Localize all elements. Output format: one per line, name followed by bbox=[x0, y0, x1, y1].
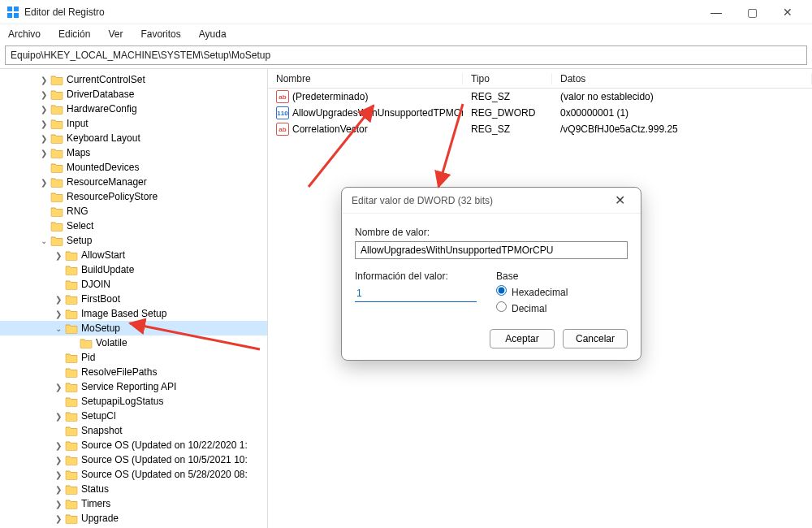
tree-item[interactable]: ResolveFilePaths bbox=[0, 365, 268, 379]
tree-item[interactable]: ❯SetupCl bbox=[0, 409, 268, 423]
twisty-icon[interactable]: ❯ bbox=[54, 251, 63, 260]
folder-icon bbox=[65, 264, 78, 275]
value-row[interactable]: abCorrelationVectorREG_SZ/vQ9CBfHJ0e5aCt… bbox=[268, 121, 812, 137]
address-text: Equipo\HKEY_LOCAL_MACHINE\SYSTEM\Setup\M… bbox=[11, 50, 270, 61]
tree-item[interactable]: ❯Status bbox=[0, 482, 268, 496]
tree-item[interactable]: Select bbox=[0, 219, 268, 233]
twisty-icon[interactable]: ❯ bbox=[54, 456, 63, 465]
cancel-button[interactable]: Cancelar bbox=[563, 329, 628, 348]
twisty-icon[interactable]: ❯ bbox=[39, 119, 49, 128]
minimize-button[interactable]: — bbox=[698, 0, 734, 24]
twisty-icon[interactable]: ❯ bbox=[39, 178, 49, 187]
tree-item[interactable]: ❯Service Reporting API bbox=[0, 379, 268, 394]
tree-item[interactable]: ❯Upgrade bbox=[0, 511, 268, 526]
tree-item[interactable]: ❯Input bbox=[0, 116, 268, 131]
tree-item[interactable]: ❯Source OS (Updated on 10/5/2021 10: bbox=[0, 452, 268, 467]
menu-edicion[interactable]: Edición bbox=[55, 27, 93, 41]
twisty-icon[interactable]: ❯ bbox=[54, 441, 63, 450]
value-type-icon: ab bbox=[276, 90, 289, 103]
col-type[interactable]: Tipo bbox=[463, 73, 552, 84]
value-type: REG_SZ bbox=[463, 123, 552, 135]
value-data-input[interactable] bbox=[355, 285, 477, 302]
tree-item-label: ResourceManager bbox=[67, 176, 147, 188]
tree-item[interactable]: MountedDevices bbox=[0, 160, 268, 175]
tree-item[interactable]: ❯Keyboard Layout bbox=[0, 131, 268, 145]
twisty-icon[interactable]: ⌄ bbox=[39, 236, 49, 245]
value-name-label: Nombre de valor: bbox=[355, 227, 628, 238]
col-name[interactable]: Nombre bbox=[268, 73, 463, 84]
tree-panel[interactable]: ❯CurrentControlSet❯DriverDatabase❯Hardwa… bbox=[0, 69, 268, 528]
close-button[interactable]: ✕ bbox=[770, 0, 806, 24]
value-row[interactable]: ab(Predeterminado)REG_SZ(valor no establ… bbox=[268, 89, 812, 105]
tree-item[interactable]: ResourcePolicyStore bbox=[0, 189, 268, 204]
tree-item[interactable]: ❯FirstBoot bbox=[0, 292, 268, 306]
tree-item[interactable]: RNG bbox=[0, 204, 268, 219]
tree-item[interactable]: ⌄Setup bbox=[0, 233, 268, 248]
value-type-icon: ab bbox=[276, 123, 289, 136]
base-label: Base bbox=[496, 270, 568, 282]
tree-item[interactable]: BuildUpdate bbox=[0, 262, 268, 277]
twisty-icon[interactable]: ❯ bbox=[54, 309, 63, 318]
menu-archivo[interactable]: Archivo bbox=[5, 27, 44, 41]
twisty-icon[interactable]: ❯ bbox=[54, 412, 63, 421]
tree-item[interactable]: ❯Maps bbox=[0, 145, 268, 160]
tree-item[interactable]: ❯Timers bbox=[0, 496, 268, 511]
folder-icon bbox=[50, 89, 63, 100]
twisty-icon[interactable]: ❯ bbox=[54, 514, 63, 523]
tree-item[interactable]: ❯DriverDatabase bbox=[0, 87, 268, 102]
window-title: Editor del Registro bbox=[24, 6, 105, 18]
twisty-icon[interactable]: ❯ bbox=[54, 500, 63, 509]
radio-hex[interactable]: Hexadecimal bbox=[496, 285, 568, 298]
tree-item-label: Status bbox=[81, 483, 109, 495]
twisty-icon[interactable]: ❯ bbox=[39, 90, 49, 99]
tree-item[interactable]: ❯CurrentControlSet bbox=[0, 72, 268, 87]
tree-item[interactable]: ❯Source OS (Updated on 5/28/2020 08: bbox=[0, 467, 268, 482]
tree-item-label: MountedDevices bbox=[67, 162, 139, 173]
maximize-button[interactable]: ▢ bbox=[734, 0, 770, 24]
tree-item[interactable]: ⌄MoSetup bbox=[0, 321, 268, 335]
tree-item[interactable]: ❯Image Based Setup bbox=[0, 306, 268, 321]
twisty-icon[interactable]: ❯ bbox=[39, 149, 49, 158]
edit-dword-dialog: Editar valor de DWORD (32 bits) ✕ Nombre… bbox=[341, 187, 641, 361]
twisty-icon[interactable]: ❯ bbox=[39, 105, 49, 114]
menu-ayuda[interactable]: Ayuda bbox=[196, 27, 230, 41]
tree-item[interactable]: ❯AllowStart bbox=[0, 248, 268, 262]
menu-favoritos[interactable]: Favoritos bbox=[137, 27, 184, 41]
value-name-input[interactable] bbox=[355, 241, 628, 259]
tree-item[interactable]: ❯HardwareConfig bbox=[0, 102, 268, 116]
tree-item[interactable]: SetupapiLogStatus bbox=[0, 394, 268, 409]
twisty-icon[interactable]: ❯ bbox=[54, 485, 63, 494]
twisty-icon[interactable]: ❯ bbox=[39, 134, 49, 143]
tree-item[interactable]: Pid bbox=[0, 350, 268, 365]
menu-bar: Archivo Edición Ver Favoritos Ayuda bbox=[0, 24, 812, 44]
twisty-icon[interactable]: ❯ bbox=[54, 383, 63, 392]
tree-item[interactable]: DJOIN bbox=[0, 277, 268, 292]
tree-item-label: SetupapiLogStatus bbox=[81, 396, 163, 407]
value-data-label: Información del valor: bbox=[355, 270, 477, 282]
address-bar[interactable]: Equipo\HKEY_LOCAL_MACHINE\SYSTEM\Setup\M… bbox=[5, 45, 807, 65]
twisty-icon[interactable]: ❯ bbox=[39, 76, 49, 84]
folder-icon bbox=[50, 118, 63, 129]
value-row[interactable]: 110AllowUpgradesWithUnsupportedTPMOr...R… bbox=[268, 105, 812, 121]
tree-item[interactable]: Volatile bbox=[0, 335, 268, 350]
tree-item-label: HardwareConfig bbox=[67, 103, 137, 115]
tree-item-label: Select bbox=[67, 220, 93, 232]
tree-item[interactable]: ❯ResourceManager bbox=[0, 175, 268, 189]
twisty-icon[interactable]: ❯ bbox=[54, 470, 63, 479]
svg-rect-2 bbox=[7, 13, 12, 18]
tree-item-label: Input bbox=[67, 118, 89, 129]
tree-item[interactable]: ❯Source OS (Updated on 10/22/2020 1: bbox=[0, 438, 268, 452]
col-data[interactable]: Datos bbox=[552, 73, 812, 84]
ok-button[interactable]: Aceptar bbox=[490, 329, 555, 348]
folder-icon bbox=[50, 191, 63, 202]
twisty-icon[interactable]: ❯ bbox=[54, 295, 63, 304]
value-data: (valor no establecido) bbox=[552, 91, 812, 102]
radio-dec[interactable]: Decimal bbox=[496, 301, 568, 314]
tree-item[interactable]: Snapshot bbox=[0, 423, 268, 438]
dialog-close-icon[interactable]: ✕ bbox=[608, 193, 631, 208]
folder-icon bbox=[65, 322, 78, 334]
menu-ver[interactable]: Ver bbox=[105, 27, 126, 41]
folder-icon bbox=[50, 206, 63, 217]
twisty-icon[interactable]: ⌄ bbox=[54, 324, 63, 333]
folder-icon bbox=[65, 279, 78, 290]
